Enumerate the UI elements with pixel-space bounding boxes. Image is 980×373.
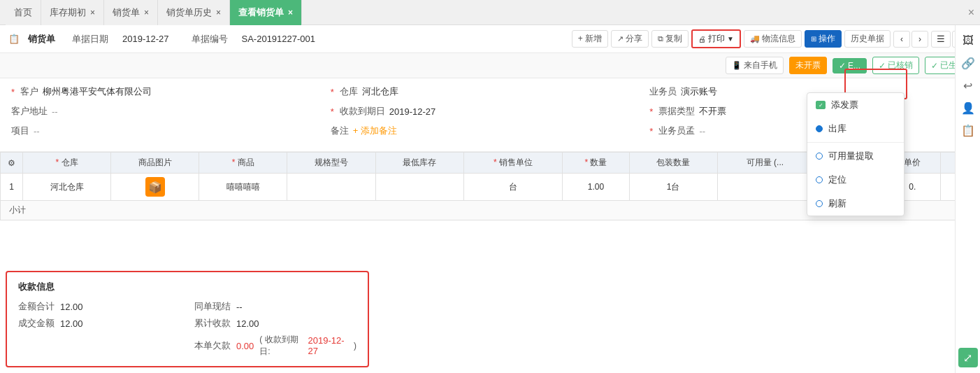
tab-inventory-start[interactable]: 库存期初 × [41, 0, 104, 25]
cell-product-img: 📦 [111, 174, 199, 201]
main-toolbar: 📋 销货单 单据日期 2019-12-27 单据编号 SA-20191227-0… [0, 25, 980, 53]
nav-prev-button[interactable]: ‹ [893, 31, 910, 48]
nav-next-button[interactable]: › [911, 31, 928, 48]
col-pack-qty: 包装数量 [629, 153, 717, 174]
copy-button[interactable]: ⧉ 复制 [651, 30, 689, 48]
dropdown-divider-1 [807, 142, 904, 143]
confirm-button[interactable]: ✓ E... [833, 58, 867, 73]
cell-product: 嘻嘻嘻嘻 [199, 174, 287, 201]
tab-sales-order[interactable]: 销货单 × [104, 0, 158, 25]
cell-spec [287, 174, 375, 201]
dropdown-refresh[interactable]: 刷新 [807, 192, 904, 216]
share-button[interactable]: ↗ 分享 [611, 30, 649, 48]
warehouse-value: 河北仓库 [362, 85, 398, 98]
history-button[interactable]: 历史单据 [844, 30, 891, 48]
logistics-button[interactable]: 🚚 物流信息 [744, 30, 802, 48]
no-value: SA-20191227-001 [242, 34, 316, 44]
tab-bar: 首页 库存期初 × 销货单 × 销货单历史 × 查看销货单 × × [0, 0, 980, 25]
cell-warehouse: 河北仓库 [23, 174, 111, 201]
warehouse-field: * 仓库 河北仓库 [331, 85, 650, 98]
due-row: 本单欠款 0.00 ( 收款到期日: 2019-12-27 ) [194, 334, 356, 358]
doc-title: 销货单 [28, 33, 55, 45]
nav-arrows: ‹ › [893, 31, 928, 48]
payment-info-grid: 金额合计 12.00 同单现结 -- 成交金额 12.00 累计收款 12.00 [18, 300, 356, 358]
window-close-button[interactable]: × [968, 6, 974, 19]
same-order-value: -- [236, 302, 243, 312]
col-unit: * 销售单位 [463, 153, 563, 174]
cumulative-value: 12.00 [236, 318, 259, 329]
dropdown-locate[interactable]: 定位 [807, 168, 904, 192]
due-date-value: 2019-12-27 [389, 106, 436, 117]
deal-amount-value: 12.00 [60, 318, 83, 329]
list-view-button[interactable]: ☰ [931, 31, 951, 48]
ticket-type-value: 不开票 [699, 105, 726, 118]
customer-field: * 客户 柳州粤港平安气体有限公司 [11, 85, 331, 98]
doc-meta: 单据日期 2019-12-27 单据编号 SA-20191227-001 [72, 33, 566, 45]
toolbar-actions: + 新增 ↗ 分享 ⧉ 复制 🖨 打印 ▼ 🚚 物流信息 [572, 29, 972, 48]
doc-icon: 📋 [8, 34, 20, 44]
staff-value: 演示账号 [681, 85, 717, 98]
dropdown-available-qty[interactable]: 可用量提取 [807, 144, 904, 168]
sidebar-return-icon[interactable]: ↩ [958, 76, 978, 95]
due-value: 0.00 [236, 341, 254, 351]
refresh-icon [816, 200, 823, 207]
close-history-tab[interactable]: × [216, 8, 221, 17]
close-inventory-tab[interactable]: × [90, 8, 95, 17]
sidebar-image-icon[interactable]: 🖼 [958, 31, 978, 50]
project-field: 项目 -- [11, 125, 331, 137]
cell-unit: 台 [463, 174, 563, 201]
no-label: 单据编号 [192, 33, 228, 45]
out-stock-label: 出库 [828, 122, 846, 135]
note-field: 备注 添加备注 [331, 125, 650, 137]
cell-pack-qty: 1台 [629, 174, 717, 201]
due-date-field: * 收款到期日 2019-12-27 [331, 105, 650, 118]
tab-sales-history[interactable]: 销货单历史 × [158, 0, 230, 25]
close-view-sales-tab[interactable]: × [288, 8, 293, 17]
from-phone-button[interactable]: 📱 来自手机 [726, 57, 784, 74]
col-settings: ⚙ [1, 153, 23, 174]
date-label: 单据日期 [72, 33, 108, 45]
not-open-button[interactable]: 未开票 [789, 57, 827, 74]
col-spec: 规格型号 [287, 153, 375, 174]
cell-qty: 1.00 [563, 174, 629, 201]
address-field: 客户地址 -- [11, 105, 331, 118]
sidebar-expand-icon[interactable]: ⤢ [958, 348, 978, 367]
available-qty-label: 可用量提取 [828, 150, 874, 162]
same-order-row: 同单现结 -- [194, 300, 356, 313]
tab-view-sales[interactable]: 查看销货单 × [230, 0, 302, 25]
product-image: 📦 [145, 177, 165, 197]
sidebar-user-icon[interactable]: 👤 [958, 98, 978, 118]
available-qty-icon [816, 153, 823, 160]
sold-button[interactable]: ✓ 已核销 [872, 57, 919, 74]
customer-value: 柳州粤港平安气体有限公司 [43, 85, 152, 98]
right-sidebar: 🖼 🔗 ↩ 👤 📋 ⤢ [955, 25, 980, 373]
operations-button[interactable]: ⊞ 操作 [805, 30, 842, 48]
close-sales-tab[interactable]: × [144, 8, 149, 17]
add-invoice-label: 添发票 [831, 99, 858, 111]
payment-info-title: 收款信息 [18, 281, 356, 293]
address-value: -- [52, 106, 58, 117]
secondary-toolbar: 📱 来自手机 未开票 ✓ E... ✓ 已核销 ✓ 已生效 [0, 53, 980, 78]
deal-amount-row: 成交金额 12.00 [18, 317, 180, 330]
sidebar-link-icon[interactable]: 🔗 [958, 53, 978, 73]
staff2-value: -- [699, 126, 705, 136]
add-note-button[interactable]: 添加备注 [353, 125, 397, 137]
due-date-value: 2019-12-27 [308, 335, 348, 356]
col-product-img: 商品图片 [111, 153, 199, 174]
new-button[interactable]: + 新增 [572, 30, 608, 48]
payment-info-panel: 收款信息 金额合计 12.00 同单现结 -- 成交金额 12.00 累计收款 … [6, 271, 369, 367]
add-invoice-icon: ✓ [816, 101, 826, 109]
col-min-stock: 最低库存 [375, 153, 463, 174]
col-qty: * 数量 [563, 153, 629, 174]
print-button[interactable]: 🖨 打印 ▼ [691, 29, 741, 48]
operations-dropdown: ✓ 添发票 出库 可用量提取 定位 刷新 [807, 92, 905, 216]
cell-available [717, 174, 813, 201]
project-value: -- [34, 126, 40, 136]
out-stock-icon [816, 125, 823, 132]
locate-icon [816, 176, 823, 183]
sidebar-doc-icon[interactable]: 📋 [958, 120, 978, 140]
tab-home[interactable]: 首页 [6, 0, 41, 25]
dropdown-out-stock[interactable]: 出库 [807, 117, 904, 141]
dropdown-add-invoice[interactable]: ✓ 添发票 [807, 93, 904, 117]
date-value: 2019-12-27 [122, 34, 169, 44]
